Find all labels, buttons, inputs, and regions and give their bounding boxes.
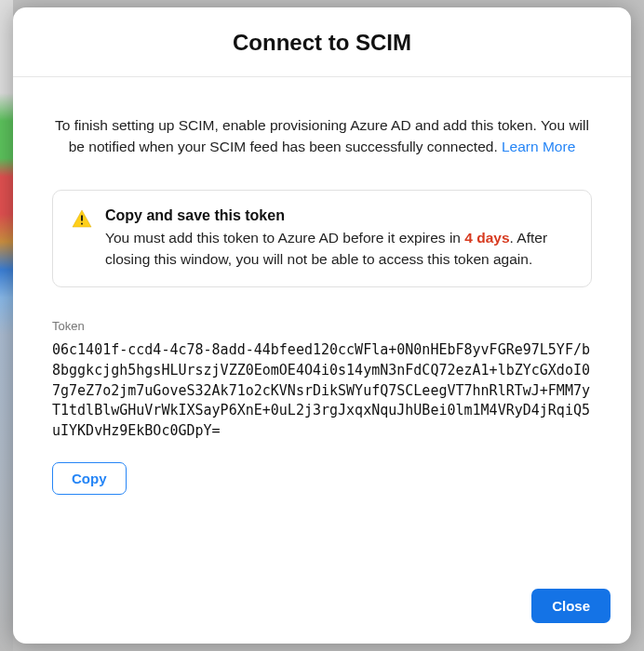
intro-text: To finish setting up SCIM, enable provis… <box>52 114 592 158</box>
background-right-hint <box>631 0 644 651</box>
close-button[interactable]: Close <box>531 589 610 623</box>
svg-rect-1 <box>81 222 83 224</box>
expiry-days: 4 days <box>464 230 509 246</box>
token-value: 06c1401f-ccd4-4c78-8add-44bfeed120ccWFla… <box>52 340 592 442</box>
copy-button[interactable]: Copy <box>52 462 127 495</box>
background-sidebar-hint <box>0 0 13 651</box>
token-field-label: Token <box>52 319 592 333</box>
modal-footer: Close <box>13 574 631 644</box>
scim-connect-modal: Connect to SCIM To finish setting up SCI… <box>13 7 631 644</box>
alert-description: You must add this token to Azure AD befo… <box>105 227 572 271</box>
token-warning-alert: Copy and save this token You must add th… <box>52 190 592 288</box>
modal-title: Connect to SCIM <box>13 30 631 56</box>
modal-header: Connect to SCIM <box>13 7 631 77</box>
svg-rect-0 <box>81 215 83 220</box>
modal-body: To finish setting up SCIM, enable provis… <box>13 77 631 574</box>
alert-text: Copy and save this token You must add th… <box>105 207 572 271</box>
alert-title: Copy and save this token <box>105 207 572 224</box>
learn-more-link[interactable]: Learn More <box>502 139 575 154</box>
warning-icon <box>72 209 92 228</box>
alert-desc-before: You must add this token to Azure AD befo… <box>105 230 464 246</box>
